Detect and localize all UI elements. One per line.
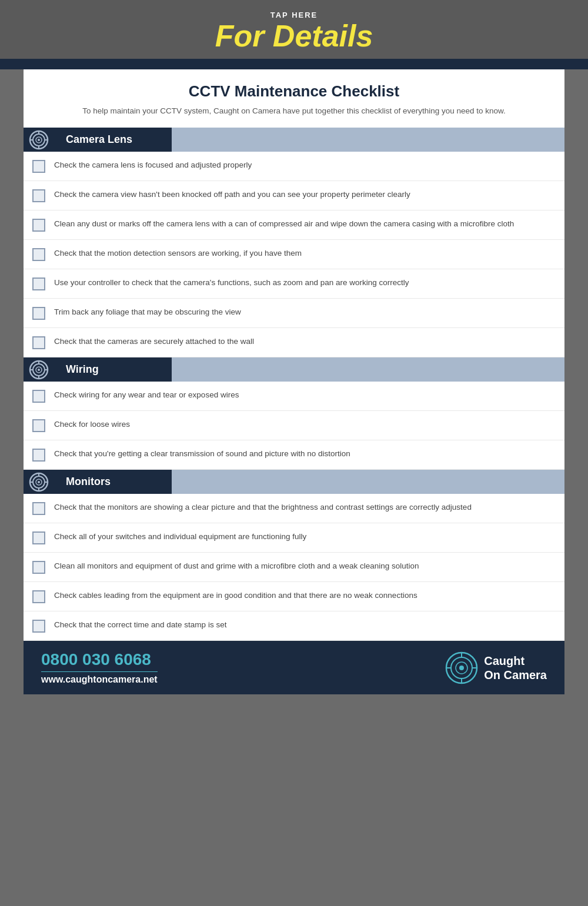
item-text: Check that the cameras are securely atta… <box>54 334 553 347</box>
footer-left: 0800 030 6068 www.caughtoncamera.net <box>41 650 158 685</box>
item-text: Check cables leading from the equipment … <box>54 588 553 601</box>
section-title-wiring: Wiring <box>54 357 172 382</box>
checkbox-cell[interactable] <box>24 387 54 403</box>
svg-point-3 <box>38 139 40 141</box>
target-icon-wiring <box>29 360 49 380</box>
checkbox-cell[interactable] <box>24 529 54 544</box>
checkbox[interactable] <box>32 307 45 320</box>
section-header-monitors: Monitors <box>24 470 564 494</box>
footer: 0800 030 6068 www.caughtoncamera.net Cau… <box>24 641 564 694</box>
item-text: Use your controller to check that the ca… <box>54 275 553 289</box>
checkbox[interactable] <box>32 502 45 515</box>
checkbox[interactable] <box>32 590 45 603</box>
footer-phone[interactable]: 0800 030 6068 <box>41 650 158 669</box>
target-icon-camera <box>29 130 49 150</box>
checkbox[interactable] <box>32 620 45 633</box>
section-header-filler-wiring <box>172 357 564 382</box>
section-header-filler-monitors <box>172 470 564 494</box>
item-text: Clean any dust or marks off the camera l… <box>54 216 553 230</box>
list-item: Check all of your switches and individua… <box>24 523 564 553</box>
checkbox-cell[interactable] <box>24 187 54 202</box>
target-icon-monitors <box>29 472 49 492</box>
list-item: Trim back any foliage that may be obscur… <box>24 299 564 328</box>
checkbox-cell[interactable] <box>24 246 54 261</box>
checkbox-cell[interactable] <box>24 559 54 574</box>
checkbox-cell[interactable] <box>24 305 54 320</box>
checkbox[interactable] <box>32 419 45 432</box>
footer-logo-text: Caught On Camera <box>484 654 547 682</box>
section-icon-cell-camera <box>24 128 54 152</box>
svg-point-11 <box>38 369 40 371</box>
main-card: CCTV Maintenance Checklist To help maint… <box>24 69 564 694</box>
section-header-filler-camera <box>172 128 564 152</box>
item-text: Check that the motion detection sensors … <box>54 246 553 259</box>
checkbox-cell[interactable] <box>24 216 54 232</box>
list-item: Check that the motion detection sensors … <box>24 240 564 269</box>
item-text: Clean all monitors and equipment of dust… <box>54 559 553 572</box>
list-item: Check that you're getting a clear transm… <box>24 440 564 470</box>
checkbox[interactable] <box>32 561 45 574</box>
checkbox[interactable] <box>32 336 45 349</box>
item-text: Check that the monitors are showing a cl… <box>54 500 553 513</box>
item-text: Check wiring for any wear and tear or ex… <box>54 387 553 401</box>
footer-divider <box>41 671 158 672</box>
checkbox[interactable] <box>32 278 45 290</box>
section-icon-cell-wiring <box>24 357 54 382</box>
checkbox[interactable] <box>32 160 45 173</box>
list-item: Check cables leading from the equipment … <box>24 582 564 611</box>
list-item: Clean all monitors and equipment of dust… <box>24 553 564 582</box>
footer-url[interactable]: www.caughtoncamera.net <box>41 674 158 685</box>
footer-logo: Caught On Camera <box>445 651 547 684</box>
list-item: Clean any dust or marks off the camera l… <box>24 210 564 240</box>
item-text: Check the camera lens is focused and adj… <box>54 158 553 171</box>
checkbox[interactable] <box>32 449 45 462</box>
item-text: Check that you're getting a clear transm… <box>54 446 553 460</box>
tap-here-label: TAP HERE <box>6 11 582 19</box>
list-item: Check wiring for any wear and tear or ex… <box>24 382 564 411</box>
section-title-monitors: Monitors <box>54 470 172 494</box>
item-text: Check the camera view hasn't been knocke… <box>54 187 553 200</box>
list-item: Check that the correct time and date sta… <box>24 611 564 641</box>
navy-divider-bar <box>0 59 588 69</box>
checkbox-cell[interactable] <box>24 446 54 462</box>
section-icon-cell-monitors <box>24 470 54 494</box>
page-title: CCTV Maintenance Checklist <box>35 82 553 101</box>
section-header-camera-lens: Camera Lens <box>24 128 564 152</box>
checkbox-cell[interactable] <box>24 158 54 173</box>
checkbox[interactable] <box>32 219 45 232</box>
list-item: Use your controller to check that the ca… <box>24 269 564 299</box>
bottom-space <box>0 694 588 718</box>
checkbox-cell[interactable] <box>24 500 54 515</box>
checkbox[interactable] <box>32 248 45 261</box>
svg-point-19 <box>38 481 40 483</box>
section-header-wiring: Wiring <box>24 357 564 382</box>
list-item: Check for loose wires <box>24 411 564 440</box>
checkbox[interactable] <box>32 189 45 202</box>
checkbox[interactable] <box>32 531 45 544</box>
checkbox[interactable] <box>32 390 45 403</box>
list-item: Check that the cameras are securely atta… <box>24 328 564 357</box>
card-subtitle: To help maintain your CCTV system, Caugh… <box>24 105 564 128</box>
svg-point-27 <box>459 666 464 670</box>
list-item: Check the camera view hasn't been knocke… <box>24 181 564 210</box>
section-title-camera-lens: Camera Lens <box>54 128 172 152</box>
checkbox-cell[interactable] <box>24 275 54 290</box>
checkbox-cell[interactable] <box>24 417 54 432</box>
checkbox-cell[interactable] <box>24 588 54 603</box>
caught-on-camera-logo-icon <box>445 651 478 684</box>
top-banner[interactable]: TAP HERE For Details <box>0 0 588 59</box>
card-title-section: CCTV Maintenance Checklist <box>24 69 564 105</box>
list-item: Check that the monitors are showing a cl… <box>24 494 564 523</box>
item-text: Check all of your switches and individua… <box>54 529 553 543</box>
checkbox-cell[interactable] <box>24 617 54 633</box>
item-text: Check that the correct time and date sta… <box>54 617 553 631</box>
item-text: Check for loose wires <box>54 417 553 430</box>
list-item: Check the camera lens is focused and adj… <box>24 152 564 181</box>
checkbox-cell[interactable] <box>24 334 54 349</box>
item-text: Trim back any foliage that may be obscur… <box>54 305 553 318</box>
for-details-label: For Details <box>6 19 582 53</box>
